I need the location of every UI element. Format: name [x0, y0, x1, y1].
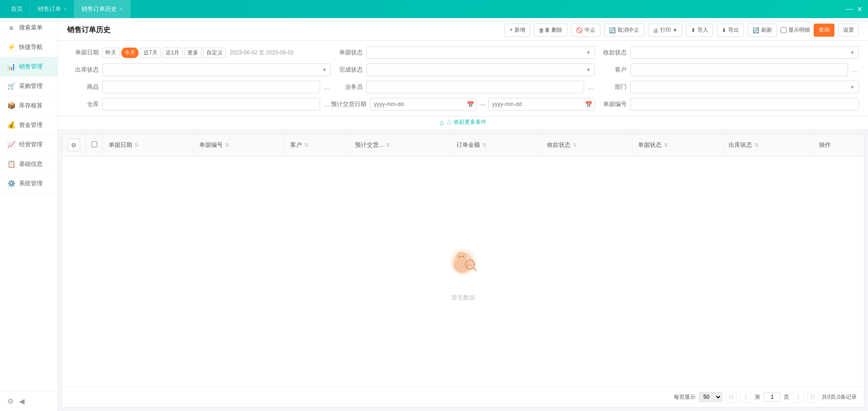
settings-config-button[interactable]: 设置 — [838, 24, 859, 37]
salesperson-control: ... — [366, 81, 595, 93]
import-label: 导入 — [697, 26, 708, 34]
sidebar-item-search-menu[interactable]: ≡ 搜索菜单 — [0, 18, 58, 38]
complete-status-select[interactable]: ▼ — [366, 63, 595, 76]
salesperson-dots-icon[interactable]: ... — [586, 83, 595, 91]
warehouse-input[interactable] — [102, 98, 320, 111]
export-button[interactable]: ⬇ 导出 — [717, 24, 744, 37]
import-button[interactable]: ⬆ 导入 — [686, 24, 713, 37]
shortcut-7days[interactable]: 近7天 — [140, 48, 161, 58]
th-customer-sort-icon[interactable]: ⇅ — [304, 142, 308, 148]
delete-label: 🗑 删除 — [545, 26, 562, 34]
customer-dots-icon[interactable]: ... — [850, 66, 859, 73]
page-size-label: 每页显示 — [674, 393, 695, 401]
goods-input[interactable] — [102, 81, 320, 93]
th-delivery-date-sort-icon[interactable]: ⇅ — [386, 142, 390, 148]
tab-sales-order-history-close[interactable]: × — [120, 6, 122, 12]
quick-nav-icon: ⚡ — [7, 43, 15, 51]
th-amount-sort-icon[interactable]: ⇅ — [482, 142, 486, 148]
collapse-bar[interactable]: △ △ 收起更多条件 — [58, 116, 868, 130]
page-size-select[interactable]: 10 20 50 100 — [699, 392, 722, 402]
th-delivery-status-sort-icon[interactable]: ⇅ — [754, 142, 758, 148]
tab-sales-order[interactable]: 销售订单 × — [30, 0, 74, 18]
delete-button[interactable]: 🗑 🗑 删除 — [534, 24, 567, 37]
th-number-label: 单据编号 — [199, 141, 223, 149]
filter-item-bill-number: 单据编号 — [595, 98, 859, 111]
sidebar-item-sales-mgmt-label: 销售管理 — [19, 63, 43, 71]
sidebar-item-purchase-mgmt[interactable]: 🛒 采购管理 — [0, 77, 58, 96]
page-jump-label: 第 — [755, 393, 760, 401]
sales-mgmt-icon: 📊 — [7, 63, 15, 71]
department-arrow-icon: ▼ — [850, 84, 855, 90]
tab-sales-order-history[interactable]: 销售订单历史 × — [74, 0, 130, 18]
shortcut-yesterday[interactable]: 昨天 — [102, 48, 120, 58]
table-settings-button[interactable]: ⚙ — [67, 139, 80, 151]
date-range-display: 2023-06-02 至 2023-06-02 — [230, 49, 293, 57]
page-next-button[interactable]: ⟩ — [793, 392, 804, 402]
delivery-date-end-input[interactable] — [488, 98, 595, 111]
th-date-sort-icon[interactable]: ⇅ — [134, 142, 139, 148]
inventory-calc-icon: 📦 — [7, 102, 15, 110]
delivery-date-start-input[interactable] — [370, 98, 477, 111]
delivery-status-select[interactable]: ▼ — [102, 63, 331, 76]
warehouse-dots-icon[interactable]: ... — [322, 101, 331, 108]
query-button[interactable]: 查询 — [814, 24, 834, 37]
cancel-stop-button[interactable]: 🔄 取消中止 — [604, 24, 644, 37]
bill-status-select[interactable]: ▼ — [366, 46, 595, 59]
empty-state-illustration — [441, 241, 486, 286]
th-bill-status-label: 单据状态 — [638, 141, 662, 149]
th-bill-status-sort-icon[interactable]: ⇅ — [664, 142, 668, 148]
new-button[interactable]: + 新增 — [504, 24, 530, 37]
page-number-input[interactable] — [764, 392, 780, 401]
tab-home[interactable]: 首页 — [4, 0, 30, 18]
refresh-button[interactable]: 🔃 刷新 — [748, 24, 777, 37]
shortcut-more[interactable]: 更多 — [184, 48, 201, 58]
shortcut-today[interactable]: 今天 — [121, 48, 139, 58]
th-number-sort-icon[interactable]: ⇅ — [225, 142, 229, 148]
export-icon: ⬇ — [722, 27, 726, 34]
th-date-label: 单据日期 — [109, 141, 132, 149]
capital-mgmt-icon: 💰 — [7, 121, 15, 129]
goods-control: ... — [102, 81, 331, 93]
sidebar-item-system-mgmt[interactable]: ⚙️ 系统管理 — [0, 174, 58, 193]
payment-status-arrow-icon: ▼ — [850, 50, 855, 55]
sidebar-item-inventory-calc[interactable]: 📦 库存核算 — [0, 96, 58, 116]
window-minus-btn[interactable]: — — [846, 5, 853, 13]
sidebar-item-operation-mgmt-label: 经营管理 — [19, 140, 43, 149]
date-range-dash: — — [480, 101, 485, 108]
th-operation: 操作 — [814, 134, 864, 156]
sidebar-item-basic-info[interactable]: 📋 基础信息 — [0, 155, 58, 174]
sidebar-item-capital-mgmt[interactable]: 💰 资金管理 — [0, 116, 58, 135]
basic-info-icon: 📋 — [7, 160, 15, 168]
filter-item-warehouse: 仓库 ... — [67, 98, 331, 111]
page-last-button[interactable]: ⟩⟩ — [807, 392, 818, 402]
window-close-btn[interactable]: ✕ — [857, 5, 863, 14]
goods-dots-icon[interactable]: ... — [322, 83, 331, 91]
department-label: 部门 — [595, 83, 627, 91]
page-first-button[interactable]: ⟨⟨ — [726, 392, 737, 402]
sidebar-settings-icon[interactable]: ⚙ — [7, 397, 14, 406]
filter-item-date: 单据日期 昨天 今天 近7天 近1月 更多 自定义 2023-06-02 至 2… — [67, 48, 331, 58]
department-select[interactable]: ▼ — [630, 81, 859, 93]
payment-status-select[interactable]: ▼ — [630, 46, 859, 59]
customer-input[interactable] — [630, 63, 848, 76]
filter-item-delivery-date: 预计交货日期 📅 — 📅 — [331, 98, 595, 111]
sidebar-collapse-icon[interactable]: ◀ — [19, 397, 24, 406]
filter-row-4: 仓库 ... 预计交货日期 📅 — — [67, 98, 859, 111]
display-toggle-checkbox[interactable] — [781, 27, 786, 33]
page-prev-button[interactable]: ⟨ — [740, 392, 751, 402]
bill-number-input[interactable] — [630, 98, 859, 111]
print-button[interactable]: 🖨 打印 ▼ — [648, 24, 682, 37]
select-all-checkbox[interactable] — [91, 141, 97, 147]
th-number: 单据编号 ⇅ — [194, 134, 284, 156]
customer-label: 客户 — [595, 66, 627, 74]
salesperson-input[interactable] — [366, 81, 584, 93]
th-settings: ⚙ — [62, 134, 86, 156]
sidebar-item-operation-mgmt[interactable]: 📈 经营管理 — [0, 135, 58, 155]
sidebar-item-sales-mgmt[interactable]: 📊 销售管理 — [0, 57, 58, 77]
shortcut-custom[interactable]: 自定义 — [203, 48, 226, 58]
th-payment-status-sort-icon[interactable]: ⇅ — [573, 142, 577, 148]
stop-button[interactable]: 🚫 中止 — [571, 24, 600, 37]
shortcut-1month[interactable]: 近1月 — [163, 48, 183, 58]
tab-sales-order-close[interactable]: × — [64, 6, 67, 12]
sidebar-item-quick-nav[interactable]: ⚡ 快捷导航 — [0, 38, 58, 57]
